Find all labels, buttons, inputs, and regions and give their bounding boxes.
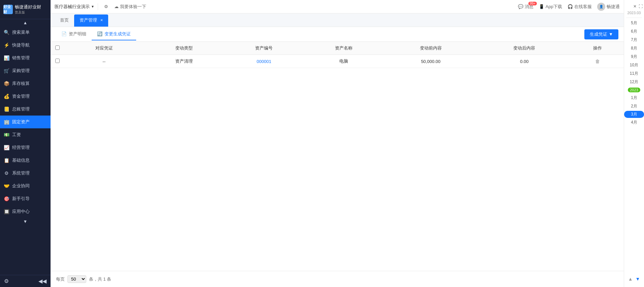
sidebar-item-label: 系统管理 bbox=[12, 170, 30, 176]
app-download-label: App下载 bbox=[546, 4, 562, 10]
user-name: 畅捷通 bbox=[607, 4, 620, 10]
panel-month-dec-prev[interactable]: 12月 bbox=[624, 78, 644, 86]
table-header-checkbox bbox=[51, 42, 64, 55]
online-service-button[interactable]: 🎧 在线客服 bbox=[568, 4, 592, 10]
trial-label: 我要体验一下 bbox=[120, 4, 146, 10]
online-service-label: 在线客服 bbox=[574, 4, 592, 10]
cell-after-content: 0.00 bbox=[478, 55, 571, 68]
basic-icon: 📋 bbox=[3, 157, 9, 163]
sidebar-item-fixed-asset[interactable]: 🏢 固定资产 bbox=[0, 116, 51, 128]
panel-month-mar[interactable]: 3月 bbox=[624, 111, 644, 118]
cell-voucher: -- bbox=[64, 55, 144, 68]
company-dropdown-icon: ▼ bbox=[91, 5, 94, 8]
topbar: 医疗器械行业演示 ▼ ⚙ ☁ 我要体验一下 💬 消息 99+ 📱 App下载 🎧… bbox=[51, 0, 624, 13]
fixed-asset-icon: 🏢 bbox=[3, 119, 9, 125]
appstore-icon: 🔲 bbox=[3, 209, 9, 215]
sidebar-item-appstore[interactable]: 🔲 应用中心 bbox=[0, 205, 51, 218]
table-row: -- 资产清理 000001 电脑 50,000.00 0.00 🗑 bbox=[51, 55, 624, 68]
sidebar-item-search[interactable]: 🔍 搜索菜单 bbox=[0, 26, 51, 39]
sidebar-scroll-down[interactable]: ▼ bbox=[0, 218, 51, 225]
sidebar-bottom: ⚙ ◀◀ bbox=[0, 275, 51, 287]
panel-close-icon[interactable]: ✕ bbox=[633, 4, 637, 9]
company-selector[interactable]: 医疗器械行业演示 ▼ bbox=[55, 4, 94, 10]
col-after-content: 变动后内容 bbox=[478, 42, 571, 55]
panel-month-may-prev[interactable]: 5月 bbox=[624, 19, 644, 27]
select-all-checkbox[interactable] bbox=[55, 45, 60, 50]
cell-asset-name: 电脑 bbox=[304, 55, 384, 68]
sidebar-item-collab[interactable]: 🤝 企业协同 bbox=[0, 180, 51, 192]
sales-icon: 📊 bbox=[3, 55, 9, 61]
sidebar-scroll-up[interactable]: ▲ bbox=[0, 19, 51, 26]
settings-icon[interactable]: ⚙ bbox=[4, 278, 9, 284]
sidebar-item-label: 快捷导航 bbox=[12, 42, 30, 48]
app-logo: 好业财 畅捷通好业财 普及版 bbox=[0, 0, 51, 19]
sidebar-item-inventory[interactable]: 📦 库存核算 bbox=[0, 77, 51, 90]
panel-month-feb[interactable]: 2月 bbox=[624, 102, 644, 110]
collapse-icon[interactable]: ◀◀ bbox=[38, 278, 47, 284]
panel-divider-top bbox=[626, 18, 642, 18]
sidebar-item-system[interactable]: ⚙ 系统管理 bbox=[0, 167, 51, 180]
panel-month-jul-prev[interactable]: 7月 bbox=[624, 36, 644, 44]
company-name: 医疗器械行业演示 bbox=[55, 4, 90, 10]
sidebar-item-capital[interactable]: 💰 资金管理 bbox=[0, 90, 51, 103]
year-2023-badge[interactable]: 2023 bbox=[628, 88, 640, 92]
sidebar-item-purchase[interactable]: 🛒 采购管理 bbox=[0, 64, 51, 77]
topbar-right: 💬 消息 99+ 📱 App下载 🎧 在线客服 👤 畅捷通 bbox=[518, 3, 620, 11]
tab-change-voucher[interactable]: 🔄 变更生成凭证 bbox=[92, 28, 136, 40]
data-table-wrapper: 对应凭证 变动类型 资产编号 资产名称 变动前内容 变动后内容 操作 bbox=[51, 42, 624, 271]
sidebar-item-label: 应用中心 bbox=[12, 209, 30, 215]
cell-before-content: 50,000.00 bbox=[384, 55, 478, 68]
sidebar-item-salary[interactable]: 💵 工资 bbox=[0, 128, 51, 141]
row-checkbox[interactable] bbox=[55, 59, 60, 63]
panel-month-oct-prev[interactable]: 10月 bbox=[624, 61, 644, 69]
sidebar-item-label: 工资 bbox=[12, 132, 21, 138]
row-checkbox-cell bbox=[51, 55, 64, 68]
tab-home[interactable]: 首页 bbox=[55, 14, 74, 27]
sidebar: 好业财 畅捷通好业财 普及版 ▲ 🔍 搜索菜单 ⚡ 快捷导航 📊 销售管理 🛒 … bbox=[0, 0, 51, 287]
sidebar-item-label: 库存核算 bbox=[12, 81, 30, 87]
content-area: 📄 资产明细 🔄 变更生成凭证 生成凭证 ▼ bbox=[51, 27, 624, 287]
per-page-select[interactable]: 50 10 20 100 bbox=[67, 275, 86, 283]
message-button[interactable]: 💬 消息 99+ bbox=[518, 4, 533, 10]
trial-button[interactable]: ☁ 我要体验一下 bbox=[114, 4, 146, 10]
message-icon: 💬 bbox=[518, 4, 523, 9]
panel-expand-icon[interactable]: ⛶ bbox=[639, 4, 643, 9]
sidebar-item-quicknav[interactable]: ⚡ 快捷导航 bbox=[0, 39, 51, 52]
cell-asset-no: 000001 bbox=[224, 55, 304, 68]
tab-close-icon[interactable]: × bbox=[100, 18, 103, 23]
sidebar-item-sales[interactable]: 📊 销售管理 bbox=[0, 52, 51, 64]
panel-month-nov-prev[interactable]: 11月 bbox=[624, 70, 644, 77]
panel-month-jan[interactable]: 1月 bbox=[624, 94, 644, 102]
user-menu[interactable]: 👤 畅捷通 bbox=[597, 3, 620, 11]
col-asset-name: 资产名称 bbox=[304, 42, 384, 55]
generate-voucher-button[interactable]: 生成凭证 ▼ bbox=[584, 29, 618, 39]
sidebar-item-operations[interactable]: 📈 经营管理 bbox=[0, 141, 51, 154]
settings-button[interactable]: ⚙ bbox=[101, 2, 111, 11]
col-action: 操作 bbox=[571, 42, 624, 55]
message-badge: 99+ bbox=[528, 2, 537, 5]
salary-icon: 💵 bbox=[3, 132, 9, 138]
sidebar-item-guide[interactable]: 🎯 新手引导 bbox=[0, 192, 51, 205]
doc-icon: 📄 bbox=[61, 31, 67, 36]
cell-action: 🗑 bbox=[571, 55, 624, 68]
tab-bar: 首页 资产管理 × bbox=[51, 13, 624, 27]
guide-icon: 🎯 bbox=[3, 196, 9, 202]
panel-nav-down[interactable]: ▼ bbox=[636, 276, 640, 282]
sidebar-item-ledger[interactable]: 📒 总账管理 bbox=[0, 103, 51, 116]
search-icon: 🔍 bbox=[3, 29, 9, 35]
tab-asset-management[interactable]: 资产管理 × bbox=[74, 14, 108, 27]
tab-asset-detail[interactable]: 📄 资产明细 bbox=[56, 28, 92, 40]
col-before-content: 变动前内容 bbox=[384, 42, 478, 55]
sidebar-item-label: 经营管理 bbox=[12, 145, 30, 151]
delete-button[interactable]: 🗑 bbox=[595, 59, 600, 64]
logo-title: 畅捷通好业财 bbox=[15, 4, 41, 10]
panel-month-apr[interactable]: 4月 bbox=[624, 119, 644, 126]
panel-month-sep-prev[interactable]: 9月 bbox=[624, 53, 644, 61]
per-page-label: 每页 bbox=[56, 276, 65, 282]
main-area: 医疗器械行业演示 ▼ ⚙ ☁ 我要体验一下 💬 消息 99+ 📱 App下载 🎧… bbox=[51, 0, 624, 287]
sidebar-item-basic[interactable]: 📋 基础信息 bbox=[0, 154, 51, 167]
app-download-button[interactable]: 📱 App下载 bbox=[539, 4, 562, 10]
panel-nav-up[interactable]: ▲ bbox=[628, 276, 633, 282]
panel-month-aug-prev[interactable]: 8月 bbox=[624, 44, 644, 52]
panel-month-jun-prev[interactable]: 6月 bbox=[624, 28, 644, 35]
